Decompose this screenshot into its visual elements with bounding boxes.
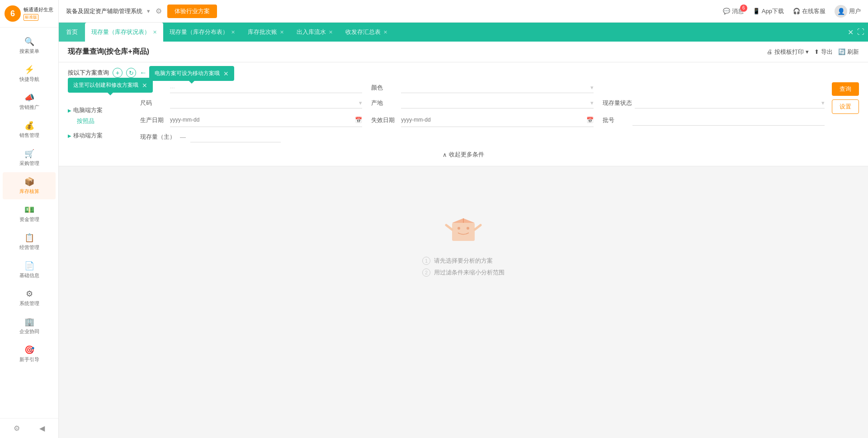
sidebar-item-search[interactable]: 🔍 搜索菜单: [3, 32, 56, 59]
add-scheme-btn[interactable]: +: [113, 68, 123, 78]
print-dropdown-icon: ▾: [806, 48, 809, 55]
filter-field-goods: 商品 ···: [140, 82, 362, 93]
topbar-settings-icon[interactable]: ⚙: [156, 7, 162, 15]
filter-fields: 商品 ··· 颜色 ▾: [140, 82, 825, 147]
scheme-mobile[interactable]: ▶ 移动端方案: [68, 130, 135, 141]
svg-point-1: [458, 227, 460, 230]
online-service-label: 在线客服: [802, 7, 826, 15]
target-icon: 🎯: [24, 345, 34, 355]
app-download-area[interactable]: 📱 App下载: [753, 7, 784, 15]
filter-field-prod-date: 生产日期 📅: [140, 113, 362, 127]
sidebar-collapse-btn[interactable]: ◀: [39, 424, 45, 433]
tab-inventory-status[interactable]: 现存量（库存状况表） ✕: [85, 23, 163, 42]
edit-scheme-btn[interactable]: ↻: [126, 68, 136, 78]
prod-date-calendar-icon[interactable]: 📅: [355, 117, 362, 123]
tabbar: 首页 现存量（库存状况表） ✕ 现存量（库存分布表） ✕ 库存批次账 ✕ 出入库…: [59, 23, 868, 42]
tab-inout-flow-close[interactable]: ✕: [329, 29, 333, 35]
batch-input[interactable]: [632, 115, 825, 126]
sidebar-item-enterprise[interactable]: 🏢 企业协同: [3, 312, 56, 339]
query-button[interactable]: 查询: [832, 82, 859, 96]
tab-inventory-status-close[interactable]: ✕: [153, 29, 157, 35]
tab-batch-ledger-close[interactable]: ✕: [280, 29, 284, 35]
export-icon: ⬆: [814, 48, 819, 55]
tab-receive-summary-close[interactable]: ✕: [383, 29, 387, 35]
scheme-mobile-label: 移动端方案: [73, 132, 103, 140]
phone-icon: 📱: [753, 8, 760, 14]
template-print-btn[interactable]: 🖨 按模板打印 ▾: [767, 48, 809, 56]
printer-icon: 🖨: [767, 48, 773, 55]
tab-home[interactable]: 首页: [59, 23, 85, 42]
export-btn[interactable]: ⬆ 导出: [814, 48, 833, 56]
inv-status-dropdown-icon: ▾: [821, 99, 825, 106]
tab-batch-ledger[interactable]: 库存批次账 ✕: [241, 23, 290, 42]
settings-button[interactable]: 设置: [832, 99, 859, 114]
search-icon: 🔍: [24, 37, 34, 47]
size-select[interactable]: ▾: [170, 98, 362, 108]
tab-inventory-status-label: 现存量（库存状况表）: [91, 28, 150, 36]
sidebar-item-purchase[interactable]: 🛒 采购管理: [3, 144, 56, 171]
tab-inventory-dist-close[interactable]: ✕: [231, 29, 235, 35]
filter-label: 按以下方案查询: [68, 69, 109, 77]
svg-line-4: [475, 225, 481, 230]
money-icon: 💰: [24, 121, 34, 131]
tab-receive-summary[interactable]: 收发存汇总表 ✕: [339, 23, 394, 42]
inv-main-input[interactable]: [190, 132, 281, 142]
page-header: 现存量查询(按仓库+商品) 🖨 按模板打印 ▾ ⬆ 导出 🔄 刷新: [59, 42, 868, 62]
sidebar-label-system: 系统管理: [19, 300, 39, 307]
scheme-desktop[interactable]: ▶ 电脑端方案: [68, 105, 135, 116]
sidebar-item-marketing[interactable]: 📣 营销推广: [3, 88, 56, 115]
sidebar-item-finance[interactable]: 💵 资金管理: [3, 200, 56, 227]
scheme-desktop-sub[interactable]: 按照品: [77, 116, 135, 127]
tab-inout-flow-label: 出入库流水: [297, 28, 326, 36]
inv-status-select[interactable]: ▾: [635, 98, 825, 108]
system-selector[interactable]: 装备及固定资产辅助管理系统 ▾: [66, 7, 150, 15]
origin-label: 产地: [371, 99, 398, 107]
sidebar-item-operation[interactable]: 📋 经营管理: [3, 228, 56, 255]
filter-row-3: 生产日期 📅 失效日期 📅: [140, 113, 825, 127]
fullscreen-icon[interactable]: ⛶: [857, 28, 864, 36]
close-all-tabs-icon[interactable]: ✕: [848, 28, 854, 37]
dropdown-arrow-icon: ▾: [147, 8, 150, 14]
origin-select[interactable]: ▾: [401, 98, 593, 108]
expiry-date-input[interactable]: [401, 115, 584, 125]
svg-line-3: [446, 225, 452, 230]
sidebar-item-basic[interactable]: 📄 基础信息: [3, 256, 56, 283]
headset-icon: 🎧: [793, 8, 800, 14]
tab-inventory-dist[interactable]: 现存量（库存分布表） ✕: [163, 23, 241, 42]
collapse-label: 收起更多条件: [449, 151, 484, 159]
sidebar-label-inventory: 库存核算: [19, 188, 39, 195]
sidebar-item-sales[interactable]: 💰 销售管理: [3, 116, 56, 143]
query-buttons: 查询 设置: [825, 82, 859, 147]
sidebar-settings-btn[interactable]: ⚙: [14, 424, 20, 433]
tooltip2-close[interactable]: ✕: [142, 82, 147, 89]
filter-body: 这里可以创建和修改方案哦 ✕ ▶ 电脑端方案 按照品: [68, 82, 859, 147]
sidebar-label-enterprise: 企业协同: [19, 328, 39, 335]
tab-inout-flow[interactable]: 出入库流水 ✕: [290, 23, 339, 42]
app-badge: 标准版: [24, 14, 38, 21]
prod-date-input[interactable]: [170, 115, 353, 125]
arrow-left-btn[interactable]: ←: [140, 69, 147, 77]
online-service-area[interactable]: 🎧 在线客服: [793, 7, 826, 15]
user-label: 用户: [849, 7, 861, 15]
sidebar-item-system[interactable]: ⚙ 系统管理: [3, 284, 56, 311]
tooltip1-close[interactable]: ✕: [223, 70, 229, 77]
sidebar-item-inventory[interactable]: 📦 库存核算: [3, 172, 56, 199]
refresh-btn[interactable]: 🔄 刷新: [838, 48, 859, 56]
color-select[interactable]: ▾: [401, 82, 593, 93]
industry-plan-button[interactable]: 体验行业方案: [167, 5, 217, 18]
color-label: 颜色: [371, 84, 398, 92]
tree-mobile-arrow-icon: ▶: [68, 133, 71, 138]
sidebar-footer: ⚙ ◀: [0, 418, 58, 438]
sidebar-label-finance: 资金管理: [19, 216, 39, 223]
notification-area[interactable]: 💬 消息 6: [723, 7, 744, 15]
filter-area: 按以下方案查询 + ↻ ← 电脑方案可设为移动方案哦 ✕ 这里可以创建和修改方案…: [59, 62, 868, 166]
collapse-button[interactable]: ∧ 收起更多条件: [443, 151, 484, 159]
goods-select[interactable]: ···: [170, 82, 362, 93]
sidebar: 6 畅通通好生意 标准版 🔍 搜索菜单 ⚡ 快捷导航 📣 营销推广 💰 销售管理…: [0, 0, 59, 438]
user-area[interactable]: 👤 用户: [835, 5, 861, 18]
box-icon: 📦: [24, 177, 34, 187]
sidebar-item-quick[interactable]: ⚡ 快捷导航: [3, 60, 56, 87]
expiry-date-calendar-icon[interactable]: 📅: [586, 117, 594, 123]
sidebar-label-quick: 快捷导航: [19, 76, 39, 83]
sidebar-item-guide[interactable]: 🎯 新手引导: [3, 340, 56, 367]
